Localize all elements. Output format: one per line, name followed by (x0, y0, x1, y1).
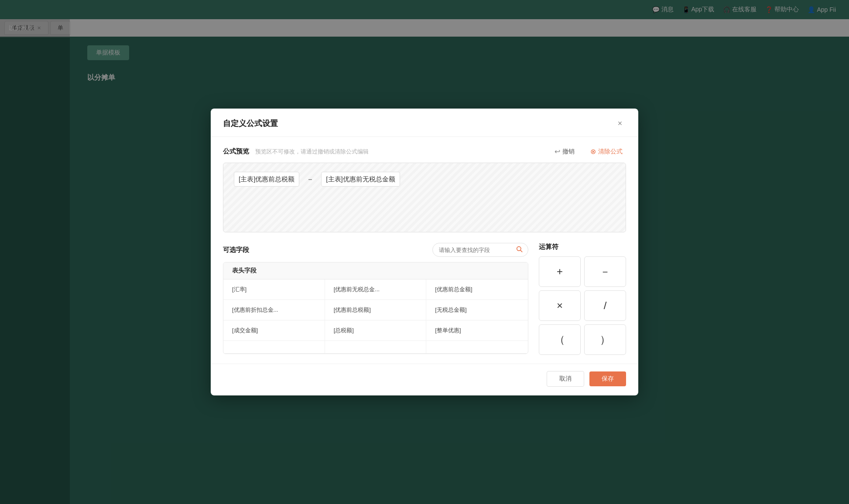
cancel-button[interactable]: 取消 (547, 371, 584, 387)
clear-icon: ⊗ (590, 147, 596, 156)
dialog-footer: 取消 保存 (211, 364, 638, 395)
formula-dialog: 自定义公式设置 × 公式预览 预览区不可修改，请通过撤销或清除公式编辑 ↩ 撤销 (211, 109, 638, 395)
dialog-header: 自定义公式设置 × (211, 109, 638, 137)
fields-search-input[interactable] (439, 247, 512, 253)
formula-expression: [主表]优惠前总税额 － [主表]优惠前无税总金额 (234, 172, 615, 187)
field-item-2[interactable]: [优惠前无税总金... (325, 279, 427, 300)
operator-right-paren[interactable]: ） (584, 324, 626, 355)
operator-plus[interactable]: + (539, 256, 581, 287)
dialog-title: 自定义公式设置 (223, 118, 278, 129)
fields-search-box[interactable] (432, 243, 528, 257)
formula-preview-header: 公式预览 预览区不可修改，请通过撤销或清除公式编辑 ↩ 撤销 ⊗ 清除公式 (223, 146, 626, 157)
field-item-8[interactable]: [总税额] (325, 320, 427, 341)
dialog-body: 公式预览 预览区不可修改，请通过撤销或清除公式编辑 ↩ 撤销 ⊗ 清除公式 (211, 137, 638, 364)
operators-grid: + － × / （ ） (539, 256, 626, 355)
field-item-6[interactable]: [无税总金额] (426, 300, 528, 320)
fields-table: 表头字段 [汇率] [优惠前无税总金... [优惠前总金额] [优惠前折扣总金.… (223, 262, 528, 354)
field-item-1[interactable]: [汇率] (223, 279, 325, 300)
field-item-9[interactable]: [整单优惠] (426, 320, 528, 341)
dialog-close-button[interactable]: × (614, 117, 626, 129)
formula-preview-hint: 预览区不可修改，请通过撤销或清除公式编辑 (255, 148, 369, 156)
formula-tag-2: [主表]优惠前无税总金额 (321, 172, 400, 187)
formula-preview-actions: ↩ 撤销 ⊗ 清除公式 (551, 146, 626, 157)
operator-left-paren[interactable]: （ (539, 324, 581, 355)
undo-icon: ↩ (555, 147, 560, 156)
field-item-10 (223, 341, 325, 354)
field-item-4[interactable]: [优惠前折扣总金... (223, 300, 325, 320)
formula-preview-section: 公式预览 预览区不可修改，请通过撤销或清除公式编辑 ↩ 撤销 ⊗ 清除公式 (223, 146, 626, 232)
fields-operators-section: 可选字段 表头字段 (223, 243, 626, 355)
undo-button[interactable]: ↩ 撤销 (551, 146, 578, 157)
field-item-7[interactable]: [成交金额] (223, 320, 325, 341)
fields-panel-label: 可选字段 (223, 246, 249, 254)
formula-tag-1: [主表]优惠前总税额 (234, 172, 299, 187)
search-icon (516, 245, 523, 254)
fields-panel-header: 可选字段 (223, 243, 528, 257)
field-item-5[interactable]: [优惠前总税额] (325, 300, 427, 320)
dialog-backdrop: 自定义公式设置 × 公式预览 预览区不可修改，请通过撤销或清除公式编辑 ↩ 撤销 (0, 0, 849, 504)
operators-panel-label: 运算符 (539, 243, 626, 251)
operator-divide[interactable]: / (584, 290, 626, 321)
operator-multiply[interactable]: × (539, 290, 581, 321)
field-item-3[interactable]: [优惠前总金额] (426, 279, 528, 300)
formula-preview-label: 公式预览 (223, 147, 249, 156)
operator-minus[interactable]: － (584, 256, 626, 287)
operators-panel: 运算符 + － × / （ ） (539, 243, 626, 355)
fields-table-body: [汇率] [优惠前无税总金... [优惠前总金额] [优惠前折扣总金... [优… (223, 279, 528, 354)
svg-line-1 (520, 250, 522, 252)
formula-operator-1: － (306, 173, 314, 186)
formula-preview-area: [主表]优惠前总税额 － [主表]优惠前无税总金额 (223, 163, 626, 232)
save-button[interactable]: 保存 (589, 371, 626, 386)
field-item-11 (325, 341, 427, 354)
clear-formula-button[interactable]: ⊗ 清除公式 (587, 146, 626, 157)
field-item-12 (426, 341, 528, 354)
formula-label-group: 公式预览 预览区不可修改，请通过撤销或清除公式编辑 (223, 147, 369, 156)
fields-panel: 可选字段 表头字段 (223, 243, 528, 355)
fields-table-header: 表头字段 (223, 262, 528, 279)
